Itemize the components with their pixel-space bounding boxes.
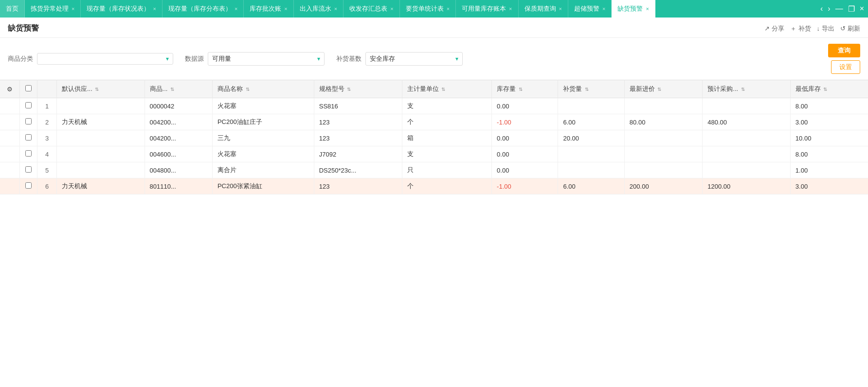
col-header-restock-qty[interactable]: 补货量 ⇅ bbox=[558, 80, 624, 98]
row-goods-name: 火花塞 bbox=[212, 146, 314, 162]
col-header-default-supplier[interactable]: 默认供应... ⇅ bbox=[57, 80, 145, 98]
tab-overstock-warning-close[interactable]: × bbox=[602, 6, 605, 12]
tab-overstock-warning[interactable]: 超储预警 × bbox=[568, 0, 612, 18]
tab-batch-account[interactable]: 库存批次账 × bbox=[244, 0, 293, 18]
refresh-button[interactable]: ↺ 刷新 bbox=[840, 24, 860, 33]
row-min-stock: 10.00 bbox=[790, 130, 868, 146]
col-header-goods-name[interactable]: 商品名称 ⇅ bbox=[212, 80, 314, 98]
tab-order-stat[interactable]: 要货单统计表 × bbox=[400, 0, 456, 18]
datasource-select-value: 可用量 bbox=[212, 54, 231, 63]
export-button[interactable]: ↓ 导出 bbox=[817, 24, 835, 33]
restock-button[interactable]: ＋ 补货 bbox=[790, 24, 811, 33]
tab-available-ledger-close[interactable]: × bbox=[509, 6, 512, 12]
restock-base-select[interactable]: 安全库存 ▾ bbox=[365, 52, 463, 66]
row-latest-price bbox=[624, 98, 702, 114]
window-minimize-button[interactable]: — bbox=[833, 0, 845, 18]
row-unit: 个 bbox=[402, 114, 492, 130]
row-checkbox-cell[interactable] bbox=[20, 98, 37, 114]
tab-home[interactable]: 首页 bbox=[0, 0, 25, 18]
restock-icon: ＋ bbox=[790, 24, 796, 33]
tab-available-ledger[interactable]: 可用量库存账本 × bbox=[456, 0, 518, 18]
col-header-min-stock[interactable]: 最低库存 ⇅ bbox=[790, 80, 868, 98]
col-header-unit[interactable]: 主计量单位 ⇅ bbox=[402, 80, 492, 98]
col-header-est-purchase[interactable]: 预计采购... ⇅ bbox=[703, 80, 791, 98]
category-label: 商品分类 bbox=[8, 54, 33, 63]
tab-collect-pay[interactable]: 收发存汇总表 × bbox=[344, 0, 399, 18]
col-header-stock-qty[interactable]: 库存量 ⇅ bbox=[492, 80, 558, 98]
col-header-latest-price[interactable]: 最新进价 ⇅ bbox=[624, 80, 702, 98]
row-default-supplier: 力天机械 bbox=[57, 178, 145, 194]
tab-expiry-query-close[interactable]: × bbox=[559, 6, 562, 12]
table-row: 5 004800... 离合片 DS250*23c... 只 0.00 1.00 bbox=[0, 162, 868, 178]
tab-inventory-dist-close[interactable]: × bbox=[235, 6, 237, 12]
tab-inventory-status-close[interactable]: × bbox=[153, 6, 156, 12]
col-header-settings[interactable]: ⚙ bbox=[0, 80, 20, 98]
tab-inout-flow-close[interactable]: × bbox=[334, 6, 337, 12]
row-checkbox-cell[interactable] bbox=[20, 146, 37, 162]
row-checkbox[interactable] bbox=[25, 150, 32, 157]
tab-shortage-warning-close[interactable]: × bbox=[646, 6, 649, 12]
table-settings-icon[interactable]: ⚙ bbox=[5, 84, 15, 94]
row-est-purchase bbox=[703, 146, 791, 162]
tab-shortage-warning[interactable]: 缺货预警 × bbox=[612, 0, 655, 18]
tab-inventory-dist[interactable]: 现存量（库存分布表） × bbox=[163, 0, 244, 18]
table-row: 3 004200... 三九 123 箱 0.00 20.00 10.00 bbox=[0, 130, 868, 146]
tab-exception[interactable]: 拣货异常处理 × bbox=[25, 0, 81, 18]
row-checkbox[interactable] bbox=[25, 118, 32, 124]
row-goods-code: 004200... bbox=[145, 130, 212, 146]
row-min-stock: 8.00 bbox=[790, 98, 868, 114]
tab-batch-account-close[interactable]: × bbox=[284, 6, 287, 12]
category-select[interactable]: ▾ bbox=[37, 53, 173, 65]
row-checkbox-cell[interactable] bbox=[20, 178, 37, 194]
row-latest-price bbox=[624, 146, 702, 162]
row-settings-cell bbox=[0, 146, 20, 162]
tab-exception-close[interactable]: × bbox=[72, 6, 74, 12]
row-checkbox-cell[interactable] bbox=[20, 130, 37, 146]
row-restock-qty bbox=[558, 146, 624, 162]
tab-next-button[interactable]: › bbox=[826, 0, 832, 18]
row-goods-name: PC200油缸庄子 bbox=[212, 114, 314, 130]
row-checkbox[interactable] bbox=[25, 182, 32, 189]
row-checkbox[interactable] bbox=[25, 134, 32, 141]
col-header-checkbox[interactable] bbox=[20, 80, 37, 98]
sort-est-purchase-icon: ⇅ bbox=[741, 87, 745, 92]
datasource-select[interactable]: 可用量 ▾ bbox=[208, 52, 325, 66]
page-content: 缺货预警 ↗ 分享 ＋ 补货 ↓ 导出 ↺ 刷新 商品分类 bbox=[0, 18, 868, 387]
tab-expiry-query[interactable]: 保质期查询 × bbox=[519, 0, 568, 18]
window-close-button[interactable]: × bbox=[858, 0, 866, 18]
sort-spec-icon: ⇅ bbox=[347, 87, 351, 92]
row-est-purchase bbox=[703, 98, 791, 114]
window-restore-button[interactable]: ❐ bbox=[846, 0, 857, 18]
row-default-supplier bbox=[57, 146, 145, 162]
refresh-icon: ↺ bbox=[840, 25, 846, 32]
tab-order-stat-close[interactable]: × bbox=[447, 6, 450, 12]
row-settings-cell bbox=[0, 178, 20, 194]
data-table: ⚙ 默认供应... ⇅ 商品... ⇅ 商品名称 bbox=[0, 80, 868, 194]
row-spec: DS250*23c... bbox=[314, 162, 402, 178]
query-button[interactable]: 查询 bbox=[828, 44, 860, 57]
tab-inout-flow[interactable]: 出入库流水 × bbox=[294, 0, 344, 18]
row-est-purchase: 1200.00 bbox=[703, 178, 791, 194]
col-header-spec[interactable]: 规格型号 ⇅ bbox=[314, 80, 402, 98]
share-button[interactable]: ↗ 分享 bbox=[764, 24, 784, 33]
select-all-checkbox[interactable] bbox=[25, 85, 32, 91]
row-stock-qty: 0.00 bbox=[492, 162, 558, 178]
row-checkbox[interactable] bbox=[25, 166, 32, 173]
tab-inventory-status[interactable]: 现存量（库存状况表） × bbox=[81, 0, 162, 18]
row-unit: 箱 bbox=[402, 130, 492, 146]
row-unit: 支 bbox=[402, 146, 492, 162]
row-spec: SS816 bbox=[314, 98, 402, 114]
sort-stock-qty-icon: ⇅ bbox=[519, 87, 523, 92]
row-checkbox-cell[interactable] bbox=[20, 162, 37, 178]
tab-collect-pay-close[interactable]: × bbox=[390, 6, 393, 12]
table-row: 6 力天机械 801110... PC200张紧油缸 123 个 -1.00 6… bbox=[0, 178, 868, 194]
settings-button[interactable]: 设置 bbox=[831, 60, 860, 74]
row-checkbox[interactable] bbox=[25, 102, 32, 108]
category-chevron-icon: ▾ bbox=[166, 55, 169, 62]
row-checkbox-cell[interactable] bbox=[20, 114, 37, 130]
tab-prev-button[interactable]: ‹ bbox=[818, 0, 825, 18]
col-header-goods-code[interactable]: 商品... ⇅ bbox=[145, 80, 212, 98]
export-icon: ↓ bbox=[817, 25, 820, 32]
filter-row: 商品分类 ▾ 数据源 可用量 ▾ 补货基数 安全库存 ▾ 查询 设置 bbox=[0, 38, 868, 80]
tab-nav-controls: ‹ › — ❐ × bbox=[816, 0, 868, 18]
